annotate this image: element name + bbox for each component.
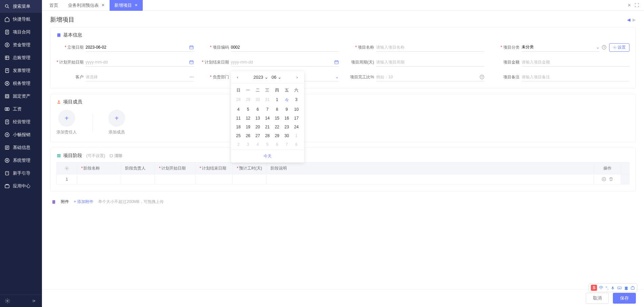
day-cell[interactable]: 21 [262, 123, 272, 131]
ime-toolbox-icon[interactable] [630, 286, 635, 290]
add-attachment-button[interactable]: + 添加附件 [74, 199, 93, 205]
help-icon[interactable] [602, 45, 606, 50]
project-category-select[interactable] [522, 44, 595, 51]
sidebar-item-salary[interactable]: 工资 [0, 103, 42, 116]
day-cell[interactable]: 20 [253, 123, 263, 131]
sidebar-item-invoice[interactable]: 发票管理 [0, 64, 42, 77]
sidebar-item-expense[interactable]: 小畅报销 [0, 128, 42, 141]
year-select[interactable]: 2023 ⌄ [253, 75, 268, 80]
add-row-icon[interactable] [602, 177, 606, 181]
sidebar-item-info[interactable]: 基础信息 [0, 141, 42, 154]
table-settings-header[interactable] [57, 162, 77, 174]
sidebar-item-ledger[interactable]: 总账管理 [0, 51, 42, 64]
ime-keyboard-icon[interactable] [617, 286, 622, 290]
cell-start[interactable] [155, 174, 196, 184]
calendar-icon[interactable] [334, 60, 339, 65]
add-member-button[interactable]: + [108, 110, 125, 127]
day-cell[interactable]: 4 [234, 105, 244, 114]
day-cell[interactable]: 7 [282, 140, 292, 149]
ime-mic-icon[interactable] [611, 286, 615, 290]
fullscreen-icon[interactable] [635, 3, 639, 8]
day-cell[interactable]: 5 [243, 105, 253, 114]
close-all-icon[interactable]: ✕ [627, 3, 631, 8]
ime-skin-icon[interactable] [624, 286, 628, 290]
day-cell[interactable]: 24 [292, 123, 301, 131]
day-cell[interactable]: 3 [292, 95, 301, 105]
day-cell[interactable]: 28 [234, 95, 244, 105]
day-cell[interactable]: 16 [282, 114, 292, 123]
cell-hours[interactable] [233, 174, 267, 184]
next-icon[interactable]: ▶ [632, 17, 636, 22]
sidebar-item-asset[interactable]: 固定资产 [0, 90, 42, 103]
save-button[interactable]: 保存 [613, 293, 636, 304]
period-input[interactable] [376, 58, 484, 66]
day-cell[interactable]: 1 [272, 95, 282, 105]
day-cell[interactable]: 18 [234, 123, 244, 131]
day-cell[interactable]: 9 [282, 105, 292, 114]
delete-row-icon[interactable] [609, 177, 613, 181]
day-cell[interactable]: 31 [262, 95, 272, 105]
cell-responsible[interactable] [121, 174, 155, 184]
help-icon[interactable] [480, 75, 484, 79]
project-code-input[interactable] [231, 44, 339, 51]
today-button[interactable]: 今天 [231, 150, 304, 162]
table-row[interactable]: 1 [57, 174, 629, 184]
day-cell[interactable]: 6 [253, 105, 263, 114]
settings-button[interactable]: 设置 [609, 43, 629, 52]
day-cell[interactable]: 13 [253, 114, 263, 123]
day-cell[interactable]: 8 [292, 140, 301, 149]
day-cell[interactable]: 23 [282, 123, 292, 131]
day-cell[interactable]: 22 [272, 123, 282, 131]
day-cell[interactable]: 27 [253, 131, 263, 140]
day-cell[interactable]: 4 [253, 140, 263, 149]
sidebar-item-contract[interactable]: 项目合同 [0, 26, 42, 39]
cell-end[interactable] [196, 174, 233, 184]
establish-date-input[interactable] [86, 44, 188, 51]
sidebar-item-system[interactable]: 系统管理 [0, 154, 42, 167]
tab-新增项目[interactable]: 新增项目✕ [110, 0, 143, 11]
next-month-icon[interactable]: › [294, 75, 300, 80]
add-owner-button[interactable]: + [58, 110, 75, 127]
cell-name[interactable] [77, 174, 121, 184]
day-cell[interactable]: 6 [272, 140, 282, 149]
day-cell[interactable]: 30 [282, 131, 292, 140]
day-cell[interactable]: 7 [262, 105, 272, 114]
tab-首页[interactable]: 首页 [45, 0, 63, 11]
clear-button[interactable]: 清除 [109, 153, 122, 159]
day-cell[interactable]: 15 [272, 114, 282, 123]
more-icon[interactable]: ⋯ [189, 74, 194, 79]
remark-input[interactable] [522, 73, 630, 81]
ime-lang[interactable]: 中 [599, 285, 603, 291]
cancel-button[interactable]: 取消 [586, 293, 609, 304]
amount-input[interactable] [522, 58, 630, 66]
day-cell[interactable]: 25 [234, 131, 244, 140]
prev-icon[interactable]: ◀ [627, 17, 630, 22]
chevron-down-icon[interactable]: ⌄ [335, 74, 339, 79]
day-cell[interactable]: 14 [262, 114, 272, 123]
day-cell[interactable]: 今 [282, 95, 292, 105]
plan-end-input[interactable] [231, 58, 333, 66]
day-cell[interactable]: 5 [262, 140, 272, 149]
month-select[interactable]: 06 ⌄ [272, 75, 281, 80]
calendar-icon[interactable] [189, 60, 194, 65]
project-name-input[interactable] [376, 44, 484, 51]
day-cell[interactable]: 12 [243, 114, 253, 123]
sidebar-item-money[interactable]: 资金管理 [0, 39, 42, 51]
sidebar-item-search[interactable]: 搜索菜单 [0, 0, 42, 13]
close-icon[interactable]: ✕ [135, 3, 138, 7]
chevron-down-icon[interactable]: ⌄ [596, 45, 600, 50]
calendar-icon[interactable] [189, 45, 194, 50]
day-cell[interactable]: 30 [253, 95, 263, 105]
plan-start-input[interactable] [86, 58, 188, 66]
day-cell[interactable]: 29 [243, 95, 253, 105]
day-cell[interactable]: 17 [292, 114, 301, 123]
day-cell[interactable]: 11 [234, 114, 244, 123]
prev-month-icon[interactable]: ‹ [235, 75, 240, 80]
customer-select[interactable] [86, 73, 188, 81]
day-cell[interactable]: 10 [292, 105, 301, 114]
day-cell[interactable]: 28 [262, 131, 272, 140]
day-cell[interactable]: 29 [272, 131, 282, 140]
day-cell[interactable]: 19 [243, 123, 253, 131]
settings-icon[interactable] [5, 298, 10, 304]
sidebar-item-tax[interactable]: 税务管理 [0, 77, 42, 90]
